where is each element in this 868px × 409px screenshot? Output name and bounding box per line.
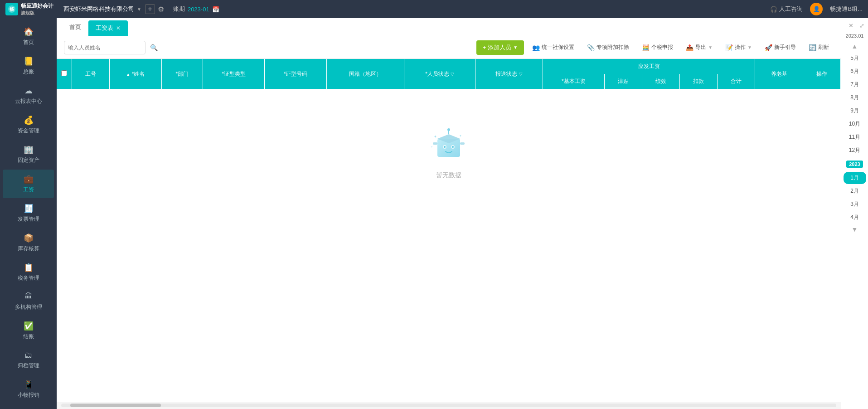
month-2022-06[interactable]: 6月 <box>844 65 866 78</box>
month-2022-08[interactable]: 8月 <box>844 92 866 104</box>
empty-state: ✦ ✦ ✦ 暂无数据 <box>57 89 841 216</box>
header-base-salary: *基本工资 <box>543 74 604 89</box>
month-2022-10[interactable]: 10月 <box>844 118 866 130</box>
month-2023-01-label: 1月 <box>850 175 859 181</box>
month-2022-12[interactable]: 12月 <box>844 144 866 156</box>
social-security-button[interactable]: 👥 统一社保设置 <box>528 41 579 54</box>
sidebar-label-cloud: 云报表中心 <box>15 97 42 105</box>
search-input[interactable] <box>64 41 145 54</box>
inventory-icon: 📦 <box>24 233 34 243</box>
month-2022-05[interactable]: 5月 <box>844 52 866 64</box>
month-2022-07[interactable]: 7月 <box>844 78 866 91</box>
sidebar-item-archive[interactable]: 🗂 归档管理 <box>3 346 54 374</box>
refresh-button[interactable]: 🔄 刷新 <box>804 41 834 54</box>
sidebar-item-invoice[interactable]: 🧾 发票管理 <box>3 199 54 228</box>
main-layout: 🏠 首页 📒 总账 ☁ 云报表中心 💰 资金管理 🏢 固定资产 💼 工资 🧾 发… <box>0 18 868 409</box>
maximize-panel-button[interactable]: ⤢ <box>857 21 866 30</box>
top-header: 畅 畅应通好会计 旗舰版 西安虾米网络科技有限公司 ▼ + ⚙ 账期 2023-… <box>0 0 868 18</box>
expense-icon: 📱 <box>24 380 34 390</box>
export-button[interactable]: 📤 导出 ▼ <box>681 41 717 54</box>
sidebar-item-cloud-report[interactable]: ☁ 云报表中心 <box>3 81 54 110</box>
scroll-up-button[interactable]: ▲ <box>844 41 866 52</box>
add-company-button[interactable]: + <box>145 4 155 14</box>
user-avatar[interactable]: 👤 <box>810 3 823 15</box>
empty-state-icon: ✦ ✦ ✦ <box>428 125 469 166</box>
right-panel-current: 2023.01 <box>844 31 866 41</box>
svg-text:✦: ✦ <box>434 135 437 139</box>
add-person-dropdown-icon: ▼ <box>513 45 518 50</box>
header-country: 国籍（地区） <box>326 59 404 89</box>
sidebar-item-expense[interactable]: 📱 小畅报销 <box>3 375 54 404</box>
header-person-status[interactable]: *人员状态 ▽ <box>404 59 475 89</box>
export-arrow-icon: ▼ <box>708 45 713 50</box>
month-2022-12-label: 12月 <box>849 147 860 153</box>
month-2023-02[interactable]: 2月 <box>844 185 866 197</box>
svg-point-6 <box>444 146 446 148</box>
header-name[interactable]: ▲ *姓名 <box>110 59 161 89</box>
right-panel-year: 2023.01 <box>846 33 864 39</box>
user-name[interactable]: 畅捷通B组... <box>830 5 863 13</box>
logo-main-text: 畅应通好会计 <box>21 2 53 10</box>
sidebar-item-settings[interactable]: ⚙ 基础设置 <box>3 404 54 409</box>
scrollbar-track[interactable] <box>61 404 836 407</box>
month-2023-01[interactable]: 1月 <box>844 172 866 184</box>
logo-icon: 畅 <box>5 3 18 15</box>
social-security-label: 统一社保设置 <box>542 44 574 51</box>
tax-icon: 📋 <box>24 263 34 273</box>
period-label: 账期 <box>173 5 185 13</box>
sidebar-item-ledger[interactable]: 📒 总账 <box>3 52 54 80</box>
special-deduction-button[interactable]: 📎 专项附加扣除 <box>582 41 634 54</box>
operation-label: 操作 <box>735 44 746 51</box>
close-account-icon: ✅ <box>24 321 34 331</box>
header-report-status[interactable]: 报送状态 ▽ <box>475 59 543 89</box>
search-icon[interactable]: 🔍 <box>150 44 158 51</box>
individual-tax-button[interactable]: 🧮 个税申报 <box>637 41 678 54</box>
month-2022-11[interactable]: 11月 <box>844 131 866 143</box>
content-area: 首页 工资表 ✕ 🔍 + 添加人员 ▼ � <box>57 18 841 409</box>
header-issued-wages: 应发工资 <box>543 59 755 74</box>
operation-button[interactable]: 📝 操作 ▼ <box>721 41 756 54</box>
sidebar-label-inventory: 库存核算 <box>18 245 39 253</box>
sidebar-item-inventory[interactable]: 📦 库存核算 <box>3 229 54 257</box>
month-2023-04[interactable]: 4月 <box>844 211 866 224</box>
sidebar-label-fund: 资金管理 <box>18 127 39 135</box>
empty-state-text: 暂无数据 <box>436 171 461 180</box>
month-2022-09[interactable]: 9月 <box>844 105 866 117</box>
tab-home-label: 首页 <box>69 24 81 30</box>
home-icon: 🏠 <box>24 27 34 37</box>
table-header-row1: 工号 ▲ *姓名 *部门 *证型类型 <box>57 59 841 74</box>
add-person-button[interactable]: + 添加人员 ▼ <box>476 40 524 55</box>
sidebar-item-tax[interactable]: 📋 税务管理 <box>3 258 54 287</box>
company-selector[interactable]: 西安虾米网络科技有限公司 ▼ <box>60 3 145 15</box>
sidebar-item-close-account[interactable]: ✅ 结账 <box>3 316 54 345</box>
new-guide-toolbar-button[interactable]: 🚀 新手引导 <box>760 41 800 54</box>
tab-home[interactable]: 首页 <box>62 19 88 36</box>
customer-service-button[interactable]: 🎧 人工咨询 <box>770 5 803 13</box>
horizontal-scrollbar[interactable] <box>57 402 841 409</box>
scrollbar-thumb[interactable] <box>70 404 161 407</box>
sidebar-item-home[interactable]: 🏠 首页 <box>3 22 54 51</box>
tab-close-icon[interactable]: ✕ <box>116 25 121 31</box>
header-checkbox[interactable] <box>57 59 72 89</box>
sidebar-item-multi-org[interactable]: 🏛 多机构管理 <box>3 287 54 316</box>
header-total: 合计 <box>718 74 755 89</box>
tab-salary[interactable]: 工资表 ✕ <box>88 20 128 36</box>
sidebar-item-fixed-assets[interactable]: 🏢 固定资产 <box>3 140 54 169</box>
sidebar-item-fund[interactable]: 💰 资金管理 <box>3 111 54 139</box>
header-person-status-label: *人员状态 <box>425 71 449 77</box>
deduction-icon: 📎 <box>587 44 595 51</box>
header-country-label: 国籍（地区） <box>349 71 382 77</box>
toolbar: 🔍 + 添加人员 ▼ 👥 统一社保设置 📎 专项附加扣除 <box>57 36 841 59</box>
scroll-down-button[interactable]: ▼ <box>844 224 866 235</box>
month-2023-03[interactable]: 3月 <box>844 198 866 210</box>
close-panel-button[interactable]: ✕ <box>846 21 855 30</box>
settings-icon[interactable]: ⚙ <box>158 5 164 14</box>
select-all-checkbox[interactable] <box>61 70 67 76</box>
period-value[interactable]: 2023-01 <box>188 6 209 13</box>
svg-point-9 <box>447 128 450 131</box>
sidebar-item-salary[interactable]: 💼 工资 <box>3 170 54 198</box>
add-icon: + <box>483 44 486 51</box>
calendar-icon[interactable]: 📅 <box>212 6 219 13</box>
logo-area: 畅 畅应通好会计 旗舰版 <box>5 2 60 16</box>
logo-sub-text: 旗舰版 <box>21 10 53 16</box>
